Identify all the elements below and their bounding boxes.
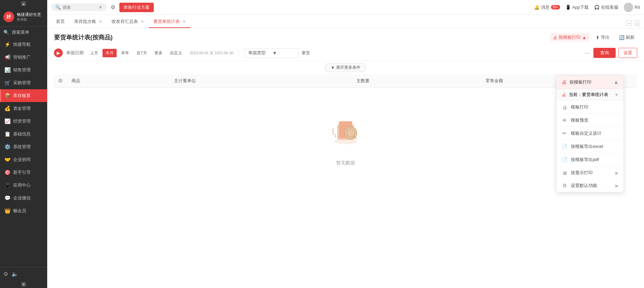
online-service-button[interactable]: 🎧 在线客服 [594,4,618,10]
dropdown-item-label-default-func: 设置默认功能 [571,183,597,189]
window-controls: ─ □ [626,21,640,28]
empty-text: 暂无数据 [336,160,355,166]
date-btn-custom[interactable]: 自定义 [167,49,185,57]
sidebar-item-operations[interactable]: 📈 经营管理 [0,115,47,128]
col-goods: 商品 [67,74,170,88]
sidebar-icon-cooperation: 🤝 [4,157,10,163]
tab-order-stats[interactable]: 要货单统计表✕ [149,16,191,28]
dropdown-item-default-func[interactable]: ⚙ 设置默认功能 ▶ [557,179,623,192]
col-quantity: 主数量 [352,74,481,88]
date-range-display: 2023-06-01 至 2023-06-30 [190,51,234,56]
date-btn-last7[interactable]: 近7天 [134,49,150,57]
refresh-label: 刷新 [626,34,635,40]
app-download-button[interactable]: 📱 App下载 [565,4,589,10]
date-btn-current-month[interactable]: 本月 [103,49,117,57]
dropdown-item-icon-default-func: ⚙ [561,183,567,189]
dropdown-item-label-template-design: 模板自定义设计 [571,130,602,136]
dropdown-close-button[interactable]: ▲ [613,79,619,85]
sidebar-scroll-down[interactable]: ▼ [21,282,26,287]
expand-more-icon: ▼ [331,65,335,70]
dropdown-item-display-print[interactable]: 🖥 按显示打印 ▶ [557,166,623,179]
sidebar-scroll-up[interactable]: ▲ [21,1,26,6]
topbar-gear-icon[interactable]: ⚙ [111,4,115,10]
sidebar-item-wechat[interactable]: 💬 企业微信 [0,192,47,204]
table-header: ⚙ 商品 主计量单位 主数量 零售金额 [54,74,637,88]
order-type-select[interactable]: 单据类型 ▼ [244,48,298,58]
date-btn-current-year[interactable]: 本年 [118,49,132,57]
date-filter-label: 单据日期 [66,50,84,56]
filter-bar: ▶ 单据日期 上月本月本年近7天更多自定义 2023-06-01 至 2023-… [47,45,644,61]
required-label: 要货 [302,50,310,56]
table-gear-icon[interactable]: ⚙ [58,78,63,84]
dropdown-item-label-display-print: 按显示打印 [571,170,593,176]
settings-button[interactable]: 设置 [618,48,637,58]
dropdown-title: 🖨 按模板打印 [561,79,591,85]
window-maximize-button[interactable]: □ [635,21,640,26]
print-template-button[interactable]: 🖨 按模板打印 ▲ [550,33,589,42]
tab-inventory-batch[interactable]: 库存批次账✕ [69,16,107,28]
dropdown-item-template-print[interactable]: 🖨 模板打印 [557,101,623,114]
sidebar-icon-wechat: 💬 [4,195,10,201]
sidebar-icon-operations: 📈 [4,118,10,124]
dropdown-item-template-design[interactable]: ✏ 模板自定义设计 [557,127,623,140]
dropdown-item-template-preview[interactable]: 👁 模板预览 [557,114,623,127]
page-header: 要货单统计表(按商品) 🖨 按模板打印 ▲ ⬆ 导出 🔄 刷新 [47,28,644,45]
dropdown-arrow: ▶ [615,183,619,188]
sidebar-item-marketing[interactable]: 📢 营销推广 [0,51,47,64]
page-title: 要货单统计表(按商品) [54,33,113,41]
export-button[interactable]: ⬆ 导出 [593,33,612,42]
sidebar-label-member: 畅会员 [13,208,26,214]
sidebar-item-guide[interactable]: 🎯 新手引导 [0,166,47,179]
sidebar-item-inventory[interactable]: 📦 库存核算 [0,89,47,102]
more-options-icon[interactable]: ··· [583,50,591,57]
sidebar-item-app-center[interactable]: 📱 应用中心 [0,179,47,192]
tab-close-receipt-summary[interactable]: ✕ [141,19,144,24]
dropdown-item-icon-template-preview: 👁 [561,118,567,123]
window-minimize-button[interactable]: ─ [626,21,632,26]
notifications-label: 消息 [541,4,550,10]
filter-expand-arrow[interactable]: ▶ [54,49,63,57]
sidebar-bottom: ⚙ 🔈 [0,267,47,281]
dropdown-current-row: 🖨 当前：要货单统计表 ▼ [557,89,623,101]
sidebar-item-member[interactable]: 👑 畅会员 [0,204,47,217]
tab-label-order-stats: 要货单统计表 [153,19,180,25]
svg-rect-6 [341,126,347,127]
topbar-search-box[interactable]: 🔍 ▼ [51,3,107,11]
query-button[interactable]: 查询 [593,48,616,58]
tab-receipt-summary[interactable]: 收发存汇总表✕ [107,16,149,28]
tab-home[interactable]: 首页 [51,16,69,28]
col-unit: 主计量单位 [170,74,352,88]
more-filters-bar: ▼ 展开更多条件 [47,61,644,74]
industry-solution-button[interactable]: 体验行业方案 [119,3,154,12]
settings-icon[interactable]: ⚙ [3,271,8,277]
notifications-button[interactable]: 🔔 消息 99+ [534,4,560,10]
sidebar-search[interactable]: 🔍 搜索菜单 [0,27,47,38]
sidebar-item-basic-info[interactable]: 📋 基础信息 [0,128,47,140]
dropdown-item-label-template-preview: 模板预览 [571,117,588,123]
current-icon: 🖨 [561,92,566,97]
tab-label-receipt-summary: 收发存汇总表 [112,19,138,25]
dropdown-item-template-export-pdf[interactable]: 📄 按模板导出pdf [557,153,623,166]
sidebar-item-system[interactable]: ⚙️ 系统管理 [0,140,47,153]
date-btn-prev-month[interactable]: 上月 [87,49,101,57]
sidebar-label-system: 系统管理 [13,144,31,150]
topbar: 🔍 ▼ ⚙ 体验行业方案 🔔 消息 99+ 📱 App下载 🎧 在线客服 Rit [47,0,644,15]
sidebar-item-cooperation[interactable]: 🤝 企业协同 [0,153,47,166]
volume-icon[interactable]: 🔈 [11,271,18,277]
sidebar-item-purchase[interactable]: 🛒 采购管理 [0,76,47,89]
expand-more-button[interactable]: ▼ 展开更多条件 [325,63,366,72]
sidebar: ▲ 好 畅捷通好生意 标准版 🔍 搜索菜单 ⚡ 快捷导航 📢 营销推广 📊 销售… [0,0,47,288]
sidebar-item-finance[interactable]: 💰 资金管理 [0,102,47,115]
user-avatar-area[interactable]: Rit [624,3,640,12]
topbar-search-input[interactable] [63,5,96,10]
tab-close-inventory-batch[interactable]: ✕ [99,19,102,24]
dropdown-item-template-export-excel[interactable]: 📄 按模板导出excel [557,140,623,153]
sidebar-item-quick-nav[interactable]: ⚡ 快捷导航 [0,38,47,51]
sidebar-item-sales[interactable]: 📊 销售管理 [0,64,47,76]
refresh-button[interactable]: 🔄 刷新 [616,33,637,42]
notifications-badge: 99+ [551,5,560,9]
sidebar-label-quick-nav: 快捷导航 [13,41,31,47]
page-content: 要货单统计表(按商品) 🖨 按模板打印 ▲ ⬆ 导出 🔄 刷新 [47,28,644,288]
tab-close-order-stats[interactable]: ✕ [182,19,186,24]
date-btn-more[interactable]: 更多 [151,49,166,57]
